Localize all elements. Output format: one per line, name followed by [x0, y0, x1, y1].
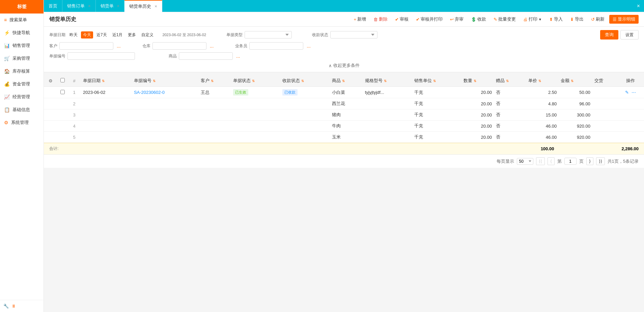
row2-num: 2 — [67, 98, 81, 109]
row1-select[interactable] — [60, 90, 65, 94]
settings-icon[interactable]: ⚙ — [49, 78, 53, 83]
prev-page-btn[interactable]: ⟨ — [548, 157, 555, 165]
row1-docno[interactable]: SA-20230602-0 — [132, 87, 199, 98]
sidebar-item-search-menu[interactable]: ≡ 搜索菜单 — [0, 14, 44, 26]
date-pill-more[interactable]: 更多 — [126, 31, 138, 38]
th-spec[interactable]: 规格型号 ⇅ — [363, 75, 412, 87]
tab-sales-history[interactable]: 销货单历史 × — [124, 0, 162, 12]
window-close-btn[interactable]: × — [633, 3, 644, 9]
query-button[interactable]: 查询 — [600, 30, 618, 40]
row3-amount: 300.00 — [559, 109, 592, 121]
sidebar-item-purchase-mgmt[interactable]: 🛒 采购管理 — [0, 52, 44, 65]
tab-sales-order[interactable]: 销售订单 × — [62, 0, 96, 12]
sidebar-item-label: 销售管理 — [12, 43, 30, 49]
row2-settings — [44, 98, 57, 109]
filter-row-2: 客户 ... 仓库 ... 业务员 ... — [49, 42, 639, 50]
th-gift[interactable]: 赠品 ⇅ — [494, 75, 526, 87]
row1-more-btn[interactable]: ⋯ — [632, 90, 636, 95]
row1-docno-link[interactable]: SA-20230602-0 — [134, 90, 165, 95]
export-button[interactable]: ⬇ 导出 — [567, 15, 586, 24]
customer-ellipsis[interactable]: ... — [115, 43, 122, 49]
batch-change-button[interactable]: ✎ 批量变更 — [491, 15, 519, 24]
th-salesunit[interactable]: 销售单位 ⇅ — [412, 75, 461, 87]
sidebar-item-basic-info[interactable]: 📋 基础信息 — [0, 103, 44, 116]
th-quantity[interactable]: 数量 ⇅ — [461, 75, 494, 87]
warehouse-ellipsis[interactable]: ... — [208, 43, 215, 49]
th-amount[interactable]: 金额 ⇅ — [559, 75, 592, 87]
first-page-btn[interactable]: ⟨⟨ — [536, 157, 545, 165]
doc-type-select[interactable] — [245, 31, 292, 38]
tab-sales-goods-close[interactable]: × — [117, 3, 120, 8]
row1-edit-btn[interactable]: ✎ — [625, 90, 629, 95]
date-pill-today[interactable]: 今天 — [81, 31, 93, 38]
collapse-button[interactable]: ∧ 收起更多条件 — [329, 62, 360, 69]
customer-input[interactable] — [59, 42, 113, 50]
sales-mgmt-icon: 📊 — [4, 43, 10, 48]
collect-button[interactable]: 💲 收款 — [468, 15, 489, 24]
row5-gift: 否 — [494, 132, 526, 143]
th-goods[interactable]: 商品 ⇅ — [330, 75, 363, 87]
employee-ellipsis[interactable]: ... — [305, 43, 312, 49]
date-pill-custom[interactable]: 自定义 — [139, 31, 156, 38]
docno-input[interactable] — [67, 52, 135, 60]
date-pill-1month[interactable]: 近1月 — [110, 31, 125, 38]
fund-icon: 💰 — [4, 81, 10, 87]
next-page-btn[interactable]: ⟩ — [586, 157, 593, 165]
page-size-select[interactable]: 50100 — [517, 158, 533, 165]
row2-salesunit: 千克 — [412, 98, 461, 109]
import-button[interactable]: ⬆ 导入 — [547, 15, 565, 24]
refresh-button[interactable]: ↺ 刷新 — [588, 15, 607, 24]
goods-ellipsis[interactable]: ... — [235, 53, 242, 59]
row4-quantity: 20.00 — [461, 121, 494, 132]
tab-home[interactable]: 首页 — [44, 0, 62, 12]
sidebar-footer-btn2[interactable]: ⏸ — [11, 304, 16, 309]
set-button[interactable]: 设置 — [620, 30, 639, 40]
sidebar-item-sales-mgmt[interactable]: 📊 销售管理 — [0, 39, 44, 52]
page-number-input[interactable] — [564, 158, 577, 165]
warehouse-input[interactable] — [152, 42, 206, 50]
payment-select[interactable] — [330, 31, 377, 38]
sidebar-footer-btn1[interactable]: 🔧 — [3, 304, 9, 309]
last-page-btn[interactable]: ⟩⟩ — [596, 157, 605, 165]
abandon-button[interactable]: ↩ 弃审 — [447, 15, 466, 24]
sys-mgmt-icon: ⚙ — [4, 120, 8, 125]
audit-button[interactable]: ✔ 审核 — [392, 15, 411, 24]
th-checkbox[interactable] — [57, 75, 67, 87]
filter-item-goods: 商品 ... — [169, 52, 242, 60]
th-docno[interactable]: 单据编号 ⇅ — [132, 75, 199, 87]
th-unitprice[interactable]: 单价 ⇅ — [526, 75, 559, 87]
sidebar-item-ops-mgmt[interactable]: 📈 经营管理 — [0, 90, 44, 103]
th-payment[interactable]: 收款状态 ⇅ — [280, 75, 330, 87]
th-customer[interactable]: 客户 ⇅ — [199, 75, 231, 87]
show-detail-button[interactable]: ☰ 显示明细 — [609, 15, 639, 24]
date-pill-yesterday[interactable]: 昨天 — [67, 31, 80, 38]
inventory-icon: 🏠 — [4, 69, 10, 74]
app-logo: 标签 — [0, 0, 44, 14]
sidebar-item-fund-mgmt[interactable]: 💰 资金管理 — [0, 78, 44, 90]
row1-checkbox[interactable] — [57, 87, 67, 98]
th-settings[interactable]: ⚙ — [44, 75, 57, 87]
row5-amount: 920.00 — [559, 132, 592, 143]
sidebar-item-quick-nav[interactable]: ⚡ 快捷导航 — [0, 26, 44, 39]
sidebar-item-label: 资金管理 — [12, 81, 30, 87]
delete-button[interactable]: 🗑 删除 — [371, 15, 390, 24]
tab-sales-order-label: 销售订单 — [67, 3, 85, 9]
employee-input[interactable] — [249, 42, 303, 50]
tab-sales-goods[interactable]: 销货单 × — [96, 0, 125, 12]
new-button[interactable]: + 新增 — [351, 15, 369, 24]
select-all-checkbox[interactable] — [60, 78, 65, 82]
print-dropdown-icon: ▼ — [538, 18, 542, 21]
print-button[interactable]: 🖨 打印 ▼ — [521, 15, 544, 24]
row1-quantity: 20.00 — [461, 87, 494, 98]
audit-print-button[interactable]: ✔ 审核并打印 — [413, 15, 445, 24]
th-status[interactable]: 单据状态 ⇅ — [231, 75, 280, 87]
tab-sales-order-close[interactable]: × — [88, 3, 91, 8]
tab-home-label: 首页 — [49, 3, 57, 9]
goods-input[interactable] — [179, 52, 233, 60]
date-pill-7days[interactable]: 近7天 — [94, 31, 109, 38]
tab-sales-history-close[interactable]: × — [155, 4, 157, 9]
sidebar-item-sys-mgmt[interactable]: ⚙ 系统管理 — [0, 116, 44, 129]
sidebar-item-inventory-calc[interactable]: 🏠 库存核算 — [0, 65, 44, 78]
page-header: 销货单历史 + 新增 🗑 删除 ✔ 审核 ✔ 审核并打印 — [44, 12, 644, 27]
th-date[interactable]: 单据日期 ⇅ — [81, 75, 132, 87]
